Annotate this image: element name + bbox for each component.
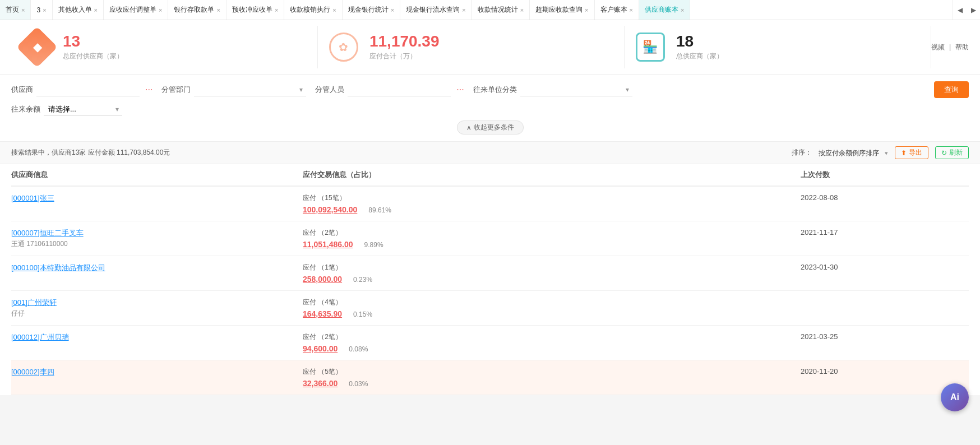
nav-home-close[interactable]: ×	[21, 7, 25, 13]
sort-area: 排序： 按应付余额倒序排序 ⬆ 导出 ↻ 刷新	[792, 146, 969, 159]
balance-select[interactable]: 请选择...	[44, 103, 122, 116]
table-row: [000100]本特勤油品有限公司 应付 （1笔） 258,000.00 0.2…	[11, 256, 969, 291]
nav-cash-bank-stats[interactable]: 现金银行统计 ×	[343, 0, 400, 20]
col-header-supplier: 供应商信息	[11, 170, 303, 180]
tx-row-2: 11,051,486.00 9.89%	[303, 239, 801, 249]
nav-supplier-ledger[interactable]: 供应商账本 ×	[639, 0, 690, 20]
suppliers-payable-label: 总应付供应商（家）	[63, 52, 123, 61]
dept-select[interactable]	[194, 83, 306, 96]
supplier-info-5: [000012]广州贝瑞	[11, 332, 303, 342]
refresh-button[interactable]: ↻ 刷新	[935, 146, 969, 159]
nav-adjustment[interactable]: 应收应付调整单 ×	[104, 0, 168, 20]
export-button[interactable]: ⬆ 导出	[895, 146, 928, 159]
sort-label: 排序：	[792, 148, 812, 157]
supplier-input[interactable]	[36, 83, 140, 96]
nav-adjustment-close[interactable]: ×	[159, 7, 162, 13]
lastpay-6: 2020-11-20	[801, 367, 969, 376]
nav-other-income-close[interactable]: ×	[94, 7, 98, 13]
nav-overdue[interactable]: 超期应收款查询 ×	[530, 0, 594, 20]
nav-cash-bank-stats-close[interactable]: ×	[391, 7, 394, 13]
supplier-name-2[interactable]: [000007]恒旺二手叉车	[11, 228, 303, 238]
supplier-name-3[interactable]: [000100]本特勤油品有限公司	[11, 263, 303, 273]
help-link[interactable]: 帮助	[955, 43, 969, 52]
tx-label-5: 应付 （2笔）	[303, 332, 801, 342]
nav-supplier-ledger-close[interactable]: ×	[681, 7, 684, 13]
nav-overdue-close[interactable]: ×	[585, 7, 588, 13]
sort-select[interactable]: 按应付余额倒序排序	[819, 149, 888, 157]
video-link[interactable]: 视频	[931, 43, 945, 52]
nav-collection-exec[interactable]: 收款核销执行 ×	[284, 0, 342, 20]
tx-amount-1[interactable]: 100,092,540.00	[303, 205, 357, 214]
nav-home[interactable]: 首页 ×	[0, 0, 31, 20]
col-header-tx: 应付交易信息（占比）	[303, 170, 801, 180]
person-more-icon[interactable]: ···	[456, 85, 464, 95]
tx-row-5: 94,600.00 0.08%	[303, 343, 801, 353]
nav-advance-charge[interactable]: 预收冲应收单 ×	[226, 0, 284, 20]
tx-amount-6[interactable]: 32,366.00	[303, 379, 338, 388]
category-select-wrap	[520, 83, 632, 96]
nav-next-arrow[interactable]: ▶	[967, 0, 980, 20]
tx-label-2: 应付 （2笔）	[303, 228, 801, 238]
tx-amount-3[interactable]: 258,000.00	[303, 275, 342, 284]
supplier-sub-2: 王通 17106110000	[11, 239, 303, 249]
nav-cash-flow[interactable]: 现金银行流水查询 ×	[400, 0, 471, 20]
refresh-icon: ↻	[941, 149, 947, 157]
nav-bank-deposit-close[interactable]: ×	[216, 7, 220, 13]
person-input[interactable]	[348, 83, 451, 96]
nav-customer-ledger-label: 客户账本	[600, 5, 627, 15]
nav-tab-3-close[interactable]: ×	[43, 7, 46, 13]
nav-tab-3[interactable]: 3 ×	[31, 0, 52, 20]
supplier-name-1[interactable]: [000001]张三	[11, 193, 303, 203]
ai-button-label: Ai	[950, 392, 959, 395]
nav-cash-flow-close[interactable]: ×	[462, 7, 465, 13]
tx-pct-3: 0.23%	[353, 276, 372, 284]
balance-select-wrap: 请选择...	[44, 103, 122, 116]
nav-advance-charge-close[interactable]: ×	[275, 7, 278, 13]
payable-total-label: 应付合计（万）	[369, 52, 440, 61]
lastpay-date-3: 2023-01-30	[801, 263, 838, 271]
lastpay-date-6: 2020-11-20	[801, 367, 838, 376]
lastpay-1: 2022-08-08	[801, 193, 969, 202]
tx-pct-5: 0.08%	[349, 345, 368, 353]
nav-other-income-label: 其他收入单	[58, 5, 92, 15]
supplier-name-5[interactable]: [000012]广州贝瑞	[11, 332, 303, 342]
nav-other-income[interactable]: 其他收入单 ×	[53, 0, 104, 20]
tx-pct-2: 9.89%	[364, 241, 383, 249]
tx-label-4: 应付 （4笔）	[303, 298, 801, 307]
nav-collection-stats[interactable]: 收款情况统计 ×	[472, 0, 530, 20]
payable-total-value: 11,170.39	[369, 34, 440, 49]
collapse-button[interactable]: ∧ 收起更多条件	[457, 120, 524, 135]
supplier-info-2: [000007]恒旺二手叉车 王通 17106110000	[11, 228, 303, 249]
nav-bank-deposit-label: 银行存取款单	[174, 5, 214, 15]
nav-collection-exec-close[interactable]: ×	[332, 7, 336, 13]
nav-prev-arrow[interactable]: ◀	[953, 0, 967, 20]
table-area: 供应商信息 应付交易信息（占比） 上次付数 [000001]张三 应付 （15笔…	[0, 164, 980, 395]
nav-collection-stats-close[interactable]: ×	[520, 7, 524, 13]
tx-info-5: 应付 （2笔） 94,600.00 0.08%	[303, 332, 801, 353]
nav-customer-ledger[interactable]: 客户账本 ×	[595, 0, 639, 20]
tx-row-1: 100,092,540.00 89.61%	[303, 204, 801, 214]
tx-info-3: 应付 （1笔） 258,000.00 0.23%	[303, 263, 801, 284]
category-select[interactable]	[520, 83, 632, 96]
filter-person: 分管人员 ···	[315, 83, 464, 96]
diamond-icon: ◆	[20, 30, 54, 64]
nav-collection-exec-label: 收款核销执行	[290, 5, 330, 15]
export-label: 导出	[909, 148, 922, 157]
nav-customer-ledger-close[interactable]: ×	[630, 7, 633, 13]
category-filter-label: 往来单位分类	[473, 85, 517, 95]
table-row: [000012]广州贝瑞 应付 （2笔） 94,600.00 0.08% 202…	[11, 326, 969, 360]
supplier-more-icon[interactable]: ···	[145, 85, 152, 95]
nav-bank-deposit[interactable]: 银行存取款单 ×	[168, 0, 226, 20]
tx-amount-4[interactable]: 164,635.90	[303, 309, 342, 318]
tx-amount-2[interactable]: 11,051,486.00	[303, 240, 353, 249]
dept-filter-label: 分管部门	[161, 85, 191, 95]
lastpay-date-1: 2022-08-08	[801, 193, 838, 202]
tx-amount-5[interactable]: 94,600.00	[303, 344, 338, 353]
supplier-name-4[interactable]: [001]广州荣轩	[11, 298, 303, 308]
nav-supplier-ledger-label: 供应商账本	[645, 5, 678, 15]
supplier-info-6: [000002]李四	[11, 367, 303, 377]
collapse-up-icon: ∧	[466, 124, 471, 132]
divider: |	[949, 43, 951, 51]
supplier-name-6[interactable]: [000002]李四	[11, 367, 303, 377]
query-button[interactable]: 查询	[934, 81, 969, 98]
